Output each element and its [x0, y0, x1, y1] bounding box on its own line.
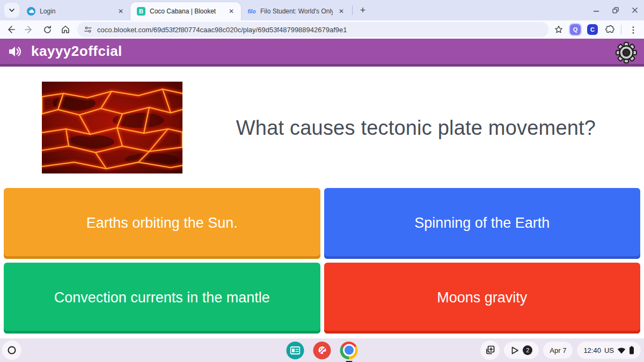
restore-button[interactable] [612, 6, 619, 14]
new-tab-button[interactable]: + [356, 3, 370, 17]
shelf-apps [287, 338, 358, 362]
answer-label: Earths orbiting the Sun. [86, 212, 238, 235]
tab-close-button[interactable]: ✕ [116, 7, 125, 16]
answer-label: Convection currents in the mantle [54, 287, 270, 309]
answer-button-1[interactable]: Earths orbiting the Sun. [4, 188, 320, 259]
answer-button-3[interactable]: Convection currents in the mantle [4, 263, 320, 334]
tab-title: Filo Student: World's Only Live [260, 8, 333, 15]
forward-icon [24, 25, 34, 34]
minimize-button[interactable] [592, 6, 600, 14]
launcher-icon [7, 345, 17, 355]
date-button[interactable]: Apr 7 [543, 342, 573, 359]
toolbar-divider [621, 25, 621, 34]
clock-text: 12:40 [583, 346, 601, 354]
play-store-icon [510, 346, 519, 355]
card-app-button[interactable] [287, 342, 304, 359]
game-header: kayyy2offcial [0, 39, 644, 67]
tab-title: Login [40, 8, 112, 15]
tab-divider [352, 5, 353, 15]
answer-label: Spinning of the Earth [414, 212, 550, 235]
site-settings-icon[interactable] [84, 25, 92, 34]
forward-button[interactable] [21, 22, 36, 37]
back-icon [6, 25, 16, 34]
blooket-b-icon: B [137, 7, 145, 16]
tab-login[interactable]: Login ✕ [20, 2, 130, 20]
settings-gear-button[interactable] [614, 40, 639, 65]
answer-grid: Earths orbiting the Sun. Spinning of the… [4, 188, 640, 334]
screen: Login ✕ B Coco Cabana | Blooket ✕ filo F… [0, 0, 644, 362]
active-app-indicator [346, 361, 352, 362]
chromeos-shelf: 2 Apr 7 12:40 US [0, 338, 644, 362]
question-image [42, 82, 182, 173]
extensions-puzzle-button[interactable] [604, 25, 614, 35]
url-text: coco.blooket.com/69d53f2f80774caac98c020… [97, 26, 347, 34]
chrome-icon [340, 342, 358, 359]
card-icon [290, 346, 301, 354]
tab-close-button[interactable]: ✕ [227, 7, 236, 16]
home-icon [61, 25, 70, 34]
cloud-icon [27, 7, 35, 16]
back-button[interactable] [3, 22, 18, 37]
volume-icon[interactable] [8, 44, 24, 59]
tab-search-button[interactable] [4, 3, 19, 18]
tab-blooket-active[interactable]: B Coco Cabana | Blooket ✕ [130, 2, 241, 20]
extension-q-button[interactable]: Q [570, 24, 581, 35]
tab-close-button[interactable]: ✕ [337, 7, 346, 16]
toolbar-actions: Q C ⋮ [554, 24, 639, 35]
wifi-icon [617, 347, 626, 354]
address-bar[interactable]: coco.blooket.com/69d53f2f80774caac98c020… [77, 22, 548, 37]
desks-button[interactable] [480, 341, 500, 360]
battery-icon [629, 346, 634, 354]
filo-logo-icon: filo [247, 7, 256, 16]
player-name: kayyy2offcial [31, 43, 122, 60]
window-controls [592, 0, 639, 20]
status-tray-button[interactable]: 12:40 US [577, 342, 641, 359]
status-area: 2 Apr 7 12:40 US [480, 341, 641, 360]
tab-strip: Login ✕ B Coco Cabana | Blooket ✕ filo F… [0, 0, 644, 20]
tab-filo[interactable]: filo Filo Student: World's Only Live ✕ [241, 2, 351, 20]
answer-label: Moons gravity [437, 287, 527, 309]
notifications-button[interactable]: 2 [504, 342, 539, 359]
question-screen: What causes tectonic plate movement? Ear… [0, 67, 644, 338]
chrome-app-button[interactable] [340, 342, 358, 359]
answer-button-2[interactable]: Spinning of the Earth [324, 188, 641, 259]
launcher-button[interactable] [2, 341, 21, 360]
canvas-app-button[interactable] [313, 342, 331, 359]
notification-count-badge: 2 [523, 345, 532, 355]
reload-button[interactable] [40, 22, 55, 37]
question-text: What causes tectonic plate movement? [191, 67, 641, 189]
home-button[interactable] [58, 22, 73, 37]
chevron-down-icon [9, 7, 15, 13]
bookmark-star-button[interactable] [554, 25, 564, 34]
browser-toolbar: coco.blooket.com/69d53f2f80774caac98c020… [0, 20, 644, 39]
palette-icon [317, 345, 327, 356]
reload-icon [43, 25, 52, 34]
desks-icon [485, 345, 495, 356]
browser-menu-button[interactable]: ⋮ [628, 25, 639, 35]
tab-title: Coco Cabana | Blooket [150, 8, 223, 15]
date-text: Apr 7 [550, 346, 566, 354]
answer-button-4[interactable]: Moons gravity [324, 263, 641, 334]
keyboard-layout: US [604, 346, 614, 354]
close-button[interactable] [631, 6, 639, 14]
extension-c-button[interactable]: C [587, 24, 598, 35]
